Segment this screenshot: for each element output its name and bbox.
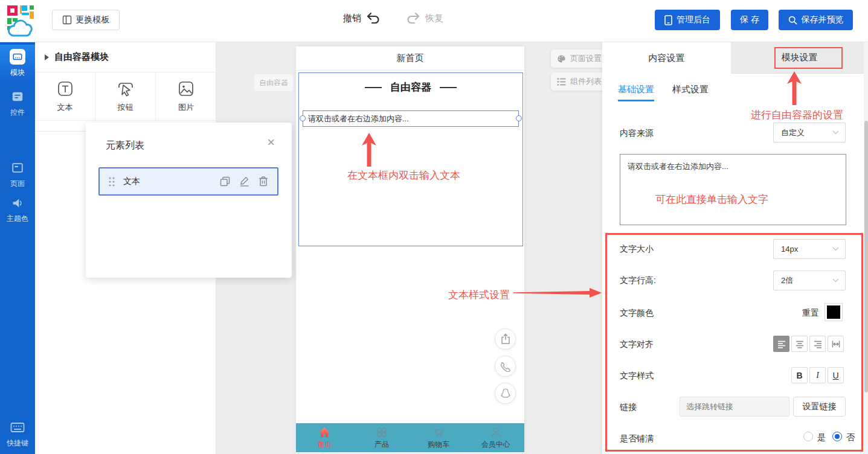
color-swatch[interactable]: [825, 303, 843, 321]
undo-label: 撤销: [343, 13, 361, 24]
nav-item-label: 购物车: [428, 440, 449, 450]
subtab-basic-settings[interactable]: 基础设置: [618, 74, 654, 105]
edit-icon[interactable]: [239, 176, 250, 187]
italic-button[interactable]: I: [809, 367, 826, 383]
chevron-down-icon: [832, 247, 839, 251]
set-link-button[interactable]: 设置链接: [793, 397, 846, 417]
change-template-button[interactable]: 更换模板: [52, 10, 120, 30]
sidebar-item-modules[interactable]: 模块: [0, 45, 35, 82]
bold-button[interactable]: B: [791, 367, 808, 383]
container-chip: 自由容器: [254, 74, 293, 91]
share-fab[interactable]: [495, 328, 516, 350]
content-source-select[interactable]: 自定义: [773, 123, 846, 142]
content-source-label: 内容来源: [620, 128, 654, 139]
align-left-icon: [777, 339, 786, 349]
element-list-item-text[interactable]: 文本: [98, 167, 278, 196]
page-settings-button[interactable]: 页面设置: [551, 50, 606, 68]
nav-item-products[interactable]: 产品: [353, 423, 411, 452]
textarea-value: 请双击或者在右边添加内容...: [628, 161, 728, 172]
sidebar-item-label: 快捷键: [7, 438, 28, 449]
annotation-type-here: 可在此直接单击输入文字: [655, 193, 768, 206]
sidebar-item-controls[interactable]: 控件: [0, 85, 35, 122]
font-size-select[interactable]: 14px: [773, 239, 846, 259]
resize-handle-left[interactable]: [300, 115, 306, 121]
component-list-button[interactable]: 组件列表: [551, 72, 606, 91]
home-icon: [318, 426, 331, 438]
align-center-icon: [795, 339, 805, 349]
fill-yes-label[interactable]: 是: [817, 432, 826, 443]
redo-button[interactable]: 恢复: [406, 12, 443, 24]
drag-handle-icon[interactable]: [108, 176, 115, 187]
nav-item-label: 首页: [317, 440, 332, 450]
tab-label: 内容设置: [649, 53, 685, 64]
align-left-button[interactable]: [773, 336, 789, 352]
editor-window: 更换模板 撤销 恢复 管理后台 保 存: [0, 0, 868, 454]
container-title: 自由容器: [299, 80, 522, 94]
module-item-image[interactable]: 图片: [156, 72, 216, 120]
panel-scrollbar-thumb[interactable]: [864, 121, 868, 392]
align-center-button[interactable]: [791, 336, 808, 352]
title-dash-left: [365, 87, 382, 88]
align-right-button[interactable]: [809, 336, 826, 352]
subtab-label: 基础设置: [618, 84, 654, 95]
text-align-label: 文字对齐: [620, 339, 654, 350]
sidebar-item-label: 控件: [10, 107, 25, 118]
fill-no-label[interactable]: 否: [846, 432, 855, 443]
collapse-triangle-icon: [45, 54, 49, 60]
left-rail: 模块 控件 页面 主题色 快捷键: [0, 42, 35, 454]
content-textarea[interactable]: 请双击或者在右边添加内容... 可在此直接单击输入文字: [620, 154, 846, 225]
line-height-select[interactable]: 2倍: [773, 270, 846, 290]
component-list-label: 组件列表: [570, 76, 602, 87]
select-value: 自定义: [781, 127, 805, 138]
color-reset-button[interactable]: 重置: [802, 308, 819, 319]
nav-item-cart[interactable]: 购物车: [410, 423, 468, 452]
phone-fab[interactable]: [495, 356, 516, 377]
text-element[interactable]: 请双击或者在右边添加内容...: [303, 110, 519, 127]
duplicate-icon[interactable]: [219, 176, 231, 187]
subtab-label: 样式设置: [672, 84, 709, 95]
subtab-style-settings[interactable]: 样式设置: [672, 74, 709, 105]
red-arrow-up-canvas: [360, 133, 378, 168]
close-icon[interactable]: ×: [267, 136, 275, 149]
save-preview-label: 保存并预览: [802, 14, 844, 25]
modules-icon: [10, 49, 25, 65]
tab-content-settings[interactable]: 内容设置: [602, 42, 731, 74]
save-label: 保 存: [740, 14, 759, 25]
module-item-label: 按钮: [118, 102, 133, 113]
sidebar-item-theme[interactable]: 主题色: [0, 191, 35, 228]
tab-module-settings[interactable]: 模块设置: [731, 42, 868, 74]
resize-handle-right[interactable]: [516, 115, 522, 121]
sidebar-item-pages[interactable]: 页面: [0, 156, 35, 193]
save-button[interactable]: 保 存: [731, 10, 768, 30]
logo-icon: [5, 3, 36, 38]
nav-item-home[interactable]: 首页: [296, 423, 353, 452]
save-preview-button[interactable]: 保存并预览: [779, 10, 853, 30]
undo-button[interactable]: 撤销: [343, 12, 381, 24]
share-icon: [500, 333, 511, 345]
underline-button[interactable]: U: [828, 367, 844, 383]
fill-no-radio[interactable]: [832, 432, 842, 441]
page-settings-label: 页面设置: [570, 53, 602, 64]
template-icon: [62, 15, 72, 25]
annotation-doubleclick: 在文本框内双击输入文本: [347, 168, 460, 182]
module-item-text[interactable]: 文本: [35, 72, 95, 120]
admin-backend-button[interactable]: 管理后台: [655, 10, 720, 30]
fill-yes-radio[interactable]: [803, 432, 813, 441]
qq-fab[interactable]: [495, 383, 516, 404]
delete-icon[interactable]: [258, 176, 269, 187]
tab-label: 模块设置: [782, 52, 818, 63]
annotation-text-style: 文本样式设置: [448, 288, 510, 302]
link-input[interactable]: [680, 397, 789, 417]
top-bar: 更换模板 撤销 恢复 管理后台 保 存: [0, 0, 868, 42]
sidebar-item-shortcuts[interactable]: 快捷键: [0, 415, 35, 453]
nav-item-member[interactable]: 会员中心: [468, 423, 525, 452]
palette-icon: [557, 54, 566, 63]
list-icon: [557, 78, 566, 86]
image-module-icon: [178, 80, 194, 97]
modules-panel-header[interactable]: 自由容器模块: [35, 42, 216, 72]
sidebar-item-label: 页面: [10, 179, 25, 189]
element-item-label: 文本: [123, 176, 211, 187]
align-justify-button[interactable]: [828, 336, 844, 352]
module-item-button[interactable]: 按钮: [95, 72, 156, 120]
free-container-module[interactable]: 自由容器 请双击或者在右边添加内容...: [298, 72, 523, 246]
